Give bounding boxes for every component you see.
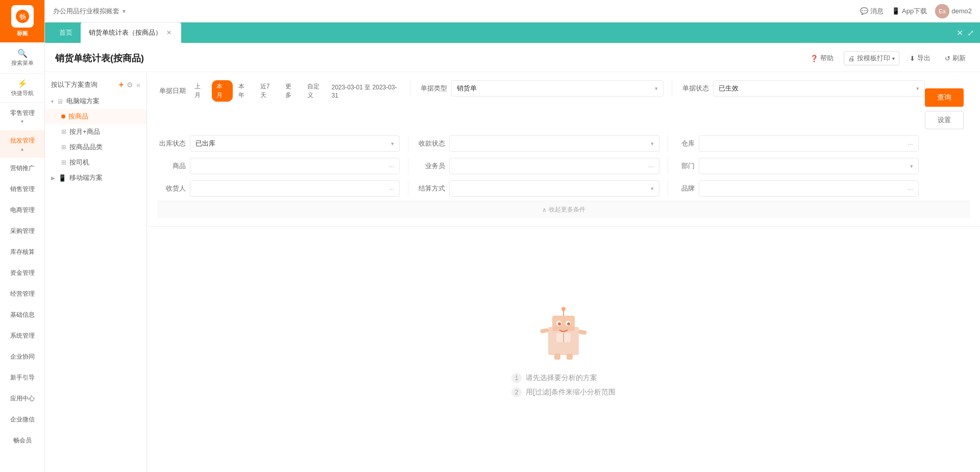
message-button[interactable]: 💬 消息 (860, 7, 884, 16)
receipt-status-arrow-icon: ▾ (651, 140, 654, 147)
right-content: 单据日期 上月 本月 本年 近7天 更多 自定义 (147, 72, 980, 472)
sidebar-item-guide[interactable]: 新手引导 (0, 367, 44, 388)
title-dropdown-icon[interactable]: ▾ (122, 8, 126, 15)
export-button[interactable]: ⬇ 导出 (905, 52, 935, 65)
sidebar-item-quick[interactable]: ⚡ 快捷导航 (0, 74, 44, 103)
tab-close-all-icon[interactable]: ✕ (957, 28, 963, 38)
print-button[interactable]: 🖨 按模板打印 ▾ (844, 51, 899, 65)
sidebar-item-finance[interactable]: 资金管理 (0, 263, 44, 284)
doc-type-arrow-icon: ▾ (655, 85, 658, 92)
collapse-bar[interactable]: ∧ 收起更多条件 (157, 201, 970, 218)
sidebar-item-wechat[interactable]: 企业微信 (0, 409, 44, 430)
page-header: 销货单统计表(按商品) ❓ 帮助 🖨 按模板打印 ▾ ⬇ 导出 (45, 43, 980, 72)
sidebar-item-retail[interactable]: 零售管理 ▾ (0, 103, 44, 130)
product-dots-icon: ··· (388, 162, 394, 170)
tree-expand-icon: ▾ (51, 99, 54, 104)
topbar-actions: 💬 消息 📱 App下载 Ea demo2 (860, 4, 972, 18)
date-tab-custom[interactable]: 自定义 (303, 80, 329, 102)
tree-section-pc[interactable]: ▾ 🖥 电脑端方案 (45, 93, 146, 109)
tree-section-mobile[interactable]: ▶ 📱 移动端方案 (45, 170, 146, 185)
sidebar-item-basic[interactable]: 基础信息 (0, 304, 44, 325)
logo-icon: 畅 (11, 5, 34, 28)
tree-item-by-product[interactable]: 按商品 (45, 109, 146, 124)
sidebar-item-search[interactable]: 🔍 搜索菜单 (0, 42, 44, 74)
department-select[interactable]: ▾ (699, 158, 919, 174)
logo-text: 标账 (17, 30, 28, 37)
tree-item-by-month-product[interactable]: ⊞ 按月+商品 (45, 124, 146, 139)
sidebar-item-apps[interactable]: 应用中心 (0, 388, 44, 409)
tab-report[interactable]: 销货单统计表（按商品） ✕ (81, 22, 181, 43)
empty-tip-2: 2 用[过滤]条件来缩小分析范围 (511, 387, 616, 397)
main-area: 办公用品行业模拟账套 ▾ 💬 消息 📱 App下载 Ea demo2 首页 (45, 0, 980, 472)
date-tab-this-year[interactable]: 本年 (234, 80, 255, 102)
sidebar-item-marketing[interactable]: 营销推广 (0, 158, 44, 179)
user-menu[interactable]: Ea demo2 (935, 4, 972, 18)
date-tab-this-month[interactable]: 本月 (212, 80, 233, 102)
help-button[interactable]: ❓ 帮助 (806, 52, 838, 65)
refresh-icon: ↺ (945, 55, 950, 62)
app-download-button[interactable]: 📱 App下载 (892, 7, 927, 16)
panel-actions: + ⚙ « (119, 80, 140, 89)
mobile-folder-icon: 📱 (58, 174, 66, 182)
tree-item-by-product-category[interactable]: ⊞ 按商品品类 (45, 139, 146, 155)
svg-rect-14 (554, 353, 560, 360)
empty-tip-text-1: 请先选择要分析的方案 (526, 373, 597, 383)
warehouse-label: 仓库 (676, 139, 695, 148)
doc-type-select[interactable]: 销货单 ▾ (451, 80, 663, 97)
department-label: 部门 (676, 161, 695, 171)
out-status-select[interactable]: 已出库 ▾ (190, 135, 400, 152)
tip-num-1: 1 (511, 373, 522, 383)
date-range-text: 2023-03-01 至 2023-03-31 (332, 83, 402, 99)
logo[interactable]: 畅 标账 (0, 0, 44, 42)
receipt-status-select[interactable]: ▾ (449, 135, 659, 152)
receiver-label: 收货人 (157, 184, 186, 193)
date-tab-last-month[interactable]: 上月 (190, 80, 211, 102)
sidebar-item-member[interactable]: 畅会员 (0, 430, 44, 451)
out-status-arrow-icon: ▾ (391, 140, 394, 147)
settlement-label: 结算方式 (416, 184, 445, 193)
date-tab-more[interactable]: 更多 (281, 80, 302, 102)
tip-num-2: 2 (511, 387, 522, 397)
refresh-button[interactable]: ↺ 刷新 (941, 52, 970, 65)
sidebar-item-sales[interactable]: 销售管理 (0, 179, 44, 200)
sidebar-item-inventory[interactable]: 库存核算 (0, 242, 44, 263)
left-panel: 按以下方案查询 + ⚙ « ▾ 🖥 电脑端方案 (45, 72, 147, 472)
download-icon: 📱 (892, 7, 900, 15)
receiver-dots-icon: ··· (388, 185, 394, 193)
tree-item-by-sku[interactable]: ⊞ 按司机 (45, 155, 146, 170)
tab-home[interactable]: 首页 (51, 22, 81, 43)
query-button[interactable]: 查询 (925, 88, 964, 107)
brand-select[interactable]: ··· (699, 180, 919, 197)
svg-rect-13 (578, 329, 587, 335)
doc-status-select[interactable]: 已生效 ▾ (713, 80, 925, 97)
panel-collapse-icon[interactable]: « (136, 81, 140, 89)
sidebar-item-ecommerce[interactable]: 电商管理 (0, 200, 44, 221)
collapse-up-icon: ∧ (542, 206, 547, 214)
panel-settings-icon[interactable]: ⚙ (127, 81, 133, 89)
panel-add-icon[interactable]: + (119, 80, 124, 89)
export-icon: ⬇ (910, 55, 915, 62)
receiver-select[interactable]: ··· (190, 180, 400, 197)
date-tab-7days[interactable]: 近7天 (256, 80, 280, 102)
sidebar-item-operations[interactable]: 经营管理 (0, 284, 44, 304)
product-select[interactable]: ··· (190, 158, 400, 174)
salesperson-select[interactable]: ··· (449, 158, 659, 174)
svg-point-8 (558, 322, 561, 325)
topbar-title: 办公用品行业模拟账套 ▾ (53, 7, 854, 16)
sidebar-item-wholesale[interactable]: 批发管理 ▴ (0, 130, 44, 158)
tab-maximize-icon[interactable]: ⤢ (967, 28, 974, 38)
sidebar-item-enterprise[interactable]: 企业协同 (0, 346, 44, 367)
settlement-select[interactable]: ▾ (449, 180, 659, 197)
sidebar-item-purchase[interactable]: 采购管理 (0, 221, 44, 242)
tabbar: 首页 销货单统计表（按商品） ✕ ✕ ⤢ (45, 22, 980, 43)
sidebar-item-system[interactable]: 系统管理 (0, 325, 44, 346)
warehouse-select[interactable]: ··· (699, 135, 919, 152)
sidebar: 畅 标账 🔍 搜索菜单 ⚡ 快捷导航 零售管理 ▾ 批发管理 ▴ 营销推广 销售… (0, 0, 45, 472)
department-arrow-icon: ▾ (910, 163, 913, 170)
filter-area: 单据日期 上月 本月 本年 近7天 更多 自定义 (147, 72, 980, 227)
empty-tips: 1 请先选择要分析的方案 2 用[过滤]条件来缩小分析范围 (511, 373, 616, 397)
doc-type-label: 单据类型 (419, 84, 447, 93)
settings-button[interactable]: 设置 (925, 111, 964, 129)
svg-text:Ea: Ea (939, 8, 946, 14)
tab-close-icon[interactable]: ✕ (165, 29, 173, 37)
